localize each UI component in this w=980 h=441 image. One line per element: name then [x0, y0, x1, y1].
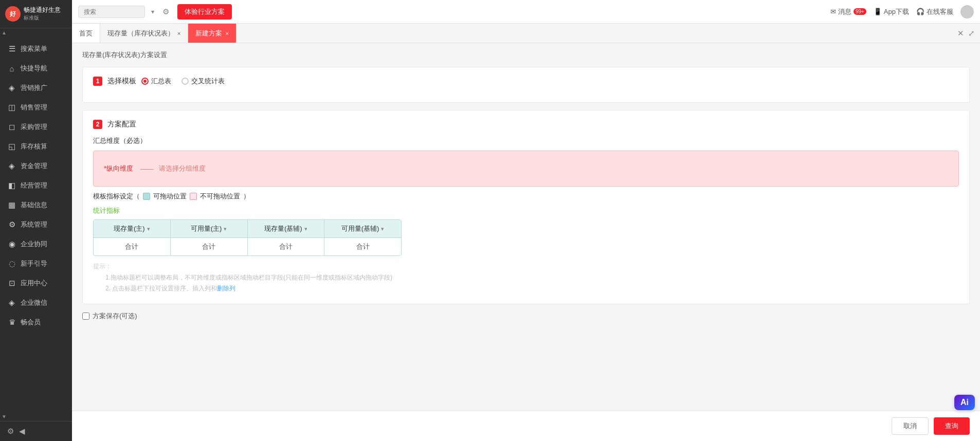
sidebar-item-label: 搜索菜单: [21, 44, 47, 53]
marketing-icon: ◈: [7, 83, 16, 93]
stats-col-3[interactable]: 现存量(基辅) ▾: [248, 220, 325, 237]
tip-1: 1.拖动标题栏可以调整布局，不可跨维度或指标区域拖动栏目字段(只能在同一维度或指…: [93, 272, 959, 284]
sidebar-item-label: 畅会员: [21, 318, 41, 327]
stats-col-2[interactable]: 可用量(主) ▾: [171, 220, 248, 237]
panel-expand-btn[interactable]: ⤢: [968, 29, 975, 38]
sidebar-item-app-center[interactable]: ⊡ 应用中心: [0, 273, 72, 293]
cancel-button[interactable]: 取消: [892, 417, 929, 435]
panel-close-btn[interactable]: ✕: [957, 29, 964, 38]
experience-btn[interactable]: 体验行业方案: [177, 4, 232, 20]
online-service-label: 在线客服: [927, 7, 953, 16]
dimension-separator: ——: [140, 165, 154, 173]
sidebar-scroll-down[interactable]: ▼: [0, 412, 72, 421]
topbar-dropdown-icon[interactable]: ▾: [149, 6, 156, 17]
tab-home[interactable]: 首页: [72, 24, 100, 43]
sidebar-item-finance[interactable]: ◈ 资金管理: [0, 156, 72, 176]
stats-col-4-chevron[interactable]: ▾: [381, 226, 384, 232]
stats-col-3-chevron[interactable]: ▾: [304, 226, 307, 232]
topbar-gear-icon[interactable]: ⚙: [160, 5, 171, 19]
sidebar-item-wechat[interactable]: ◈ 企业微信: [0, 293, 72, 313]
dimension-area[interactable]: *纵向维度 —— 请选择分组维度: [93, 151, 959, 187]
sidebar-item-enterprise[interactable]: ◉ 企业协同: [0, 234, 72, 254]
tab-inventory[interactable]: 现存量（库存状况表） ×: [100, 24, 188, 43]
message-icon: ✉: [830, 8, 836, 15]
tips-area: 提示： 1.拖动标题栏可以调整布局，不可跨维度或指标区域拖动栏目字段(只能在同一…: [93, 261, 959, 295]
operations-icon: ◧: [7, 181, 16, 190]
radio-summary[interactable]: 汇总表: [141, 77, 171, 86]
legend-fixed-box: [190, 193, 197, 200]
topbar-online-service[interactable]: 🎧 在线客服: [916, 7, 953, 16]
section2-header: 2 方案配置: [93, 120, 959, 129]
purchase-icon: ◻: [7, 122, 16, 132]
sidebar-item-sales[interactable]: ◫ 销售管理: [0, 98, 72, 117]
tabs-bar: 首页 现存量（库存状况表） × 新建方案 × ✕ ⤢: [72, 24, 980, 43]
app-edition: 标准版: [24, 14, 61, 22]
app-download-icon: 📱: [874, 8, 882, 15]
sidebar-settings-icon[interactable]: ⚙: [7, 427, 14, 436]
stats-cell-1-4: 合计: [324, 238, 401, 255]
topbar-app-download[interactable]: 📱 App下载: [874, 7, 909, 16]
legend-draggable-box: [143, 193, 150, 200]
basic-info-icon: ▦: [7, 200, 16, 210]
stats-col-2-chevron[interactable]: ▾: [224, 226, 227, 232]
dimension-required-mark: *纵向维度: [104, 164, 133, 173]
tab-inventory-close[interactable]: ×: [177, 30, 180, 36]
sidebar-audio-icon[interactable]: ◀: [19, 427, 25, 436]
footer-bar: 取消 查询: [72, 411, 980, 441]
sidebar-item-label: 企业协同: [21, 240, 47, 249]
tab-new-plan-close[interactable]: ×: [225, 30, 228, 36]
radio-summary-label: 汇总表: [151, 77, 171, 86]
message-label: 消息: [838, 7, 851, 16]
sidebar-item-system[interactable]: ⚙ 系统管理: [0, 215, 72, 234]
sidebar-item-marketing[interactable]: ◈ 营销推广: [0, 78, 72, 98]
topbar: ▾ ⚙ 体验行业方案 ✉ 消息 99+ 📱 App下载 🎧 在线客服: [72, 0, 980, 24]
ai-fab-button[interactable]: Ai: [954, 395, 975, 410]
sidebar-item-basic-info[interactable]: ▦ 基础信息: [0, 195, 72, 215]
stats-col-3-label: 现存量(基辅): [264, 224, 302, 233]
enterprise-icon: ◉: [7, 240, 16, 249]
dimension-placeholder: 请选择分组维度: [159, 164, 206, 173]
sidebar-item-newcomer[interactable]: ◌ 新手引导: [0, 254, 72, 273]
radio-cross[interactable]: 交叉统计表: [182, 77, 225, 86]
stats-cell-1-3: 合计: [248, 238, 325, 255]
legend-fixed-label: 不可拖动位置: [200, 192, 240, 201]
stats-col-2-label: 可用量(主): [191, 224, 222, 233]
tab-new-plan[interactable]: 新建方案 ×: [188, 24, 236, 43]
sidebar-item-label: 采购管理: [21, 122, 47, 132]
stats-col-1-chevron[interactable]: ▾: [147, 226, 150, 232]
sidebar-item-label: 营销推广: [21, 83, 47, 93]
app-logo: 好 畅捷通好生意 标准版: [0, 0, 72, 28]
content-area: 现存量(库存状况表)方案设置 1 选择模板 汇总表 交叉统计表: [72, 43, 980, 441]
radio-summary-circle: [141, 78, 149, 85]
sidebar-item-member[interactable]: ♛ 畅会员: [0, 313, 72, 332]
query-button[interactable]: 查询: [934, 417, 970, 435]
sidebar-item-label: 销售管理: [21, 103, 47, 112]
sidebar-item-inventory[interactable]: ◱ 库存核算: [0, 137, 72, 156]
radio-cross-label: 交叉统计表: [191, 77, 225, 86]
stats-col-1[interactable]: 现存量(主) ▾: [94, 220, 171, 237]
topbar-message[interactable]: ✉ 消息 99+: [830, 7, 866, 16]
wechat-icon: ◈: [7, 298, 16, 307]
sidebar-item-label: 系统管理: [21, 220, 47, 229]
search-input[interactable]: [78, 6, 145, 18]
sidebar-item-purchase[interactable]: ◻ 采购管理: [0, 117, 72, 137]
user-avatar[interactable]: [960, 5, 974, 19]
sales-icon: ◫: [7, 103, 16, 112]
section-template: 1 选择模板 汇总表 交叉统计表: [82, 67, 970, 103]
section1-title: 选择模板: [107, 77, 136, 86]
sidebar-scroll-up[interactable]: ▲: [0, 28, 72, 37]
app-name: 畅捷通好生意: [24, 6, 61, 14]
logo-icon: 好: [5, 6, 21, 22]
tip-2: 2. 点击标题栏下拉可设置排序、插入列和删除列: [93, 283, 959, 295]
sidebar-item-quick-nav[interactable]: ⌂ 快捷导航: [0, 59, 72, 78]
sidebar-item-search-menu[interactable]: ☰ 搜索菜单: [0, 39, 72, 59]
save-plan-checkbox[interactable]: [82, 313, 89, 320]
stats-col-4[interactable]: 可用量(基辅) ▾: [324, 220, 401, 237]
sidebar-nav: ☰ 搜索菜单 ⌂ 快捷导航 ◈ 营销推广 ◫ 销售管理 ◻ 采购管理 ◱ 库存核…: [0, 37, 72, 412]
sidebar: 好 畅捷通好生意 标准版 ▲ ☰ 搜索菜单 ⌂ 快捷导航 ◈ 营销推广 ◫ 销售…: [0, 0, 72, 441]
sidebar-item-label: 企业微信: [21, 298, 47, 307]
sidebar-item-label: 库存核算: [21, 142, 47, 151]
section2-badge: 2: [93, 120, 102, 129]
stats-col-1-label: 现存量(主): [114, 224, 145, 233]
sidebar-item-operations[interactable]: ◧ 经营管理: [0, 176, 72, 195]
